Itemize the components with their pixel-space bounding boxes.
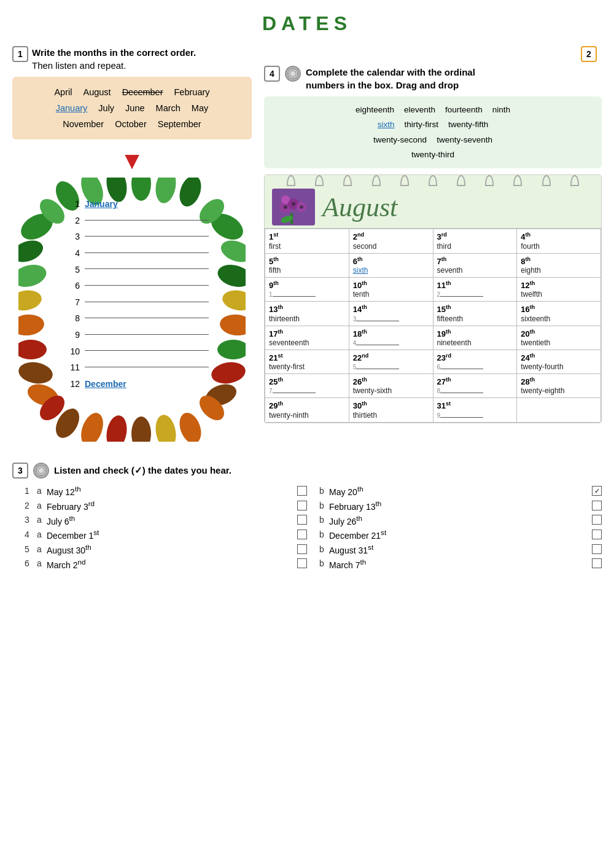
calendar-cell: 19thnineteenth <box>433 326 517 350</box>
cell-ordinal-word: twenty-ninth <box>269 411 345 420</box>
month-september: September <box>158 116 201 132</box>
cell-ordinal-word: twenty-eighth <box>521 386 597 395</box>
listen-checkbox[interactable] <box>297 558 307 568</box>
month-august: August <box>83 84 111 100</box>
listen-ab: b <box>319 558 325 568</box>
cell-ordinal-word: sixth <box>353 266 429 275</box>
calendar-cell: 10thtenth <box>349 277 433 301</box>
ordinal-twentyfifth: twenty-fifth <box>448 117 488 132</box>
cell-ordinal-word: nineteenth <box>437 338 513 347</box>
listen-ab: b <box>319 486 325 496</box>
calendar-cell: 24thtwenty-fourth <box>517 350 601 373</box>
cell-date-number: 15th <box>437 304 513 314</box>
ring <box>343 175 352 186</box>
cell-ordinal-word: 3 <box>353 315 429 323</box>
svg-point-24 <box>104 414 129 442</box>
cell-date-number: 30th <box>353 401 429 410</box>
cell-ordinal-word: 8 <box>437 386 513 395</box>
list-item: 3 <box>68 229 209 245</box>
calendar-cell: 31st9 <box>433 398 517 422</box>
cd-icon-section3 <box>33 463 49 479</box>
month-february: February <box>174 84 210 100</box>
list-item: 7 <box>68 294 209 311</box>
ring <box>570 175 579 186</box>
ordinal-twentyseventh: twenty-seventh <box>437 133 492 147</box>
month-june: June <box>125 100 144 116</box>
listen-ab: a <box>37 558 43 568</box>
ring <box>400 175 409 186</box>
cell-date-number: 16th <box>521 304 597 314</box>
section4-header: 4 Complete the calendar with the ordinal… <box>264 66 602 92</box>
listen-row-b: b May 20th ✓ <box>319 485 602 497</box>
ordinal-eleventh: eleventh <box>404 103 435 117</box>
cell-ordinal-word: 9 <box>437 411 513 420</box>
listen-row-a: 5 a August 30th <box>25 543 307 555</box>
cell-ordinal-word: 4 <box>353 338 429 347</box>
svg-point-1 <box>18 237 46 266</box>
listen-checkbox[interactable] <box>297 515 307 525</box>
listen-checkbox[interactable] <box>592 501 602 510</box>
listen-checkbox[interactable] <box>297 530 307 539</box>
cell-ordinal-word: seventeenth <box>269 338 345 347</box>
month-may: May <box>192 100 208 116</box>
cell-ordinal-word: fifteenth <box>437 315 513 323</box>
listen-date: March 7th <box>329 558 588 570</box>
calendar: August 1stfirst2ndsecond3rdthird4thfourt… <box>264 174 602 423</box>
cell-date-number: 31st <box>437 401 513 410</box>
calendar-rings <box>265 175 601 186</box>
listen-date: July 6th <box>47 514 293 526</box>
svg-point-38 <box>292 202 295 206</box>
cell-ordinal-word: 1 <box>269 290 345 299</box>
month-march: March <box>156 100 181 116</box>
listen-checkbox[interactable] <box>592 515 602 525</box>
list-item: 5 <box>68 262 209 278</box>
svg-point-4 <box>18 313 45 337</box>
month-order-list: 1 January 2 3 4 5 <box>68 196 209 392</box>
svg-point-10 <box>216 262 246 291</box>
ordinal-fourteenth: fourteenth <box>445 103 483 117</box>
listen-checkbox[interactable] <box>297 501 307 510</box>
cell-date-number: 20th <box>521 329 597 338</box>
calendar-cell: 14th3 <box>349 302 433 326</box>
svg-point-37 <box>284 205 287 209</box>
calendar-header: August <box>265 175 601 229</box>
listen-date: May 12th <box>47 485 293 497</box>
svg-point-6 <box>18 360 55 386</box>
list-item: 6 <box>68 278 209 294</box>
cell-ordinal-word: fourth <box>521 242 597 251</box>
list-item: 12 December <box>68 376 209 393</box>
ring <box>315 175 324 186</box>
listen-checkbox[interactable] <box>297 544 307 554</box>
listen-ab: b <box>319 515 325 525</box>
calendar-cell: 11th2 <box>433 277 517 301</box>
ordinal-twentythird: twenty-third <box>411 147 454 162</box>
cell-ordinal-word: twenty-sixth <box>353 386 429 395</box>
listen-date: December 21st <box>329 528 588 541</box>
listen-date: February 3rd <box>47 499 293 512</box>
cell-date-number: 8th <box>521 256 597 266</box>
ring <box>542 175 551 186</box>
calendar-cell: 2ndsecond <box>349 229 433 253</box>
listen-checkbox[interactable] <box>592 530 602 539</box>
listen-checkbox[interactable] <box>592 544 602 554</box>
list-item: 4 <box>68 245 209 262</box>
cell-date-number: 4th <box>521 232 597 241</box>
svg-point-12 <box>219 313 246 337</box>
section1-badge: 1 <box>12 46 28 62</box>
calendar-cell: 9th1 <box>265 277 349 301</box>
listen-checkbox[interactable]: ✓ <box>592 486 602 496</box>
cell-date-number: 11th <box>437 280 513 290</box>
section1-header: 1 Write the months in the correct order.… <box>12 46 252 72</box>
calendar-cell: 21sttwenty-first <box>265 350 349 373</box>
cell-date-number: 17th <box>269 329 345 338</box>
listen-date: February 13th <box>329 499 588 512</box>
listen-row-b: b July 26th <box>319 514 602 526</box>
listen-checkbox[interactable] <box>297 486 307 496</box>
section4-badge: 4 <box>264 66 280 82</box>
listen-checkbox[interactable] <box>592 558 602 568</box>
listen-row-b: b August 31st <box>319 543 602 555</box>
calendar-cell: 12thtwelfth <box>517 277 601 301</box>
listen-date: August 30th <box>47 543 293 555</box>
listen-date: May 20th <box>329 485 588 497</box>
cell-ordinal-word: twelfth <box>521 290 597 299</box>
